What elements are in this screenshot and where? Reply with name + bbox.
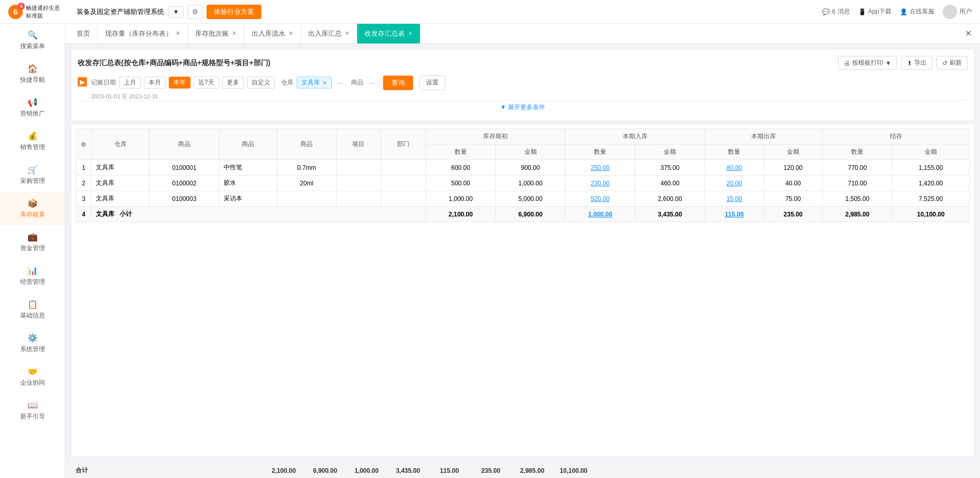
sidebar-item-guide[interactable]: 📖 新手引导 [0, 394, 65, 428]
th-in-amt: 金额 [635, 144, 705, 160]
date-custom[interactable]: 自定义 [247, 77, 275, 89]
tab-flow[interactable]: 出入库流水 ✕ [244, 24, 301, 44]
th-project: 项目 [336, 129, 381, 160]
page-content: 收发存汇总表(按仓库+商品编码+商品+规格型号+项目+部门) 🖨 按模板打印 ▼… [65, 44, 980, 462]
cell-spec [277, 191, 336, 207]
sidebar-item-inventory[interactable]: 📦 库存核算 [0, 192, 65, 226]
sidebar-item-marketing[interactable]: 📢 营销推广 [0, 91, 65, 125]
filter-collapse-button[interactable]: ▶ [78, 77, 87, 86]
table-row: 2 文具库 0100002 胶水 20ml 500.00 1,000.00 23… [76, 176, 970, 191]
cell-out-qty[interactable]: 15.00 [705, 191, 764, 207]
cell-code: 0100002 [150, 176, 220, 191]
template-print-button[interactable]: 🖨 按模板打印 ▼ [838, 56, 897, 70]
date-filter: 记账日期 上月 本月 本年 近7天 更多 自定义 [91, 77, 275, 89]
cell-balance-amt: 7,525.00 [892, 191, 969, 207]
summary-out-qty: 115.00 [429, 467, 470, 474]
date-range-display: 2023-01-01 至 2023-12-31 [91, 93, 158, 99]
cell-name: 中性笔 [219, 160, 277, 176]
warehouse-tag-close[interactable]: ✕ [322, 79, 327, 86]
system-title-area: 装备及固定资产辅助管理系统 ▼ ⚙ 体验行业方案 [77, 5, 816, 19]
system-select-button[interactable]: ▼ [168, 6, 184, 18]
app-download-label: App下载 [868, 7, 891, 16]
tab-flow-close[interactable]: ✕ [288, 30, 293, 37]
sidebar-item-basic[interactable]: 📋 基础信息 [0, 293, 65, 327]
tabs-bar: 首页 现存量（库存分布表） ✕ 库存批次账 ✕ 出入库流水 ✕ 出入库汇总 ✕ … [65, 24, 980, 44]
tab-recv-send[interactable]: 收发存汇总表 ✕ [357, 24, 420, 44]
sidebar-item-operations[interactable]: 📊 经营管理 [0, 259, 65, 293]
user-menu-button[interactable]: 用户 [943, 5, 972, 19]
query-button[interactable]: 查询 [383, 76, 413, 90]
cell-in-amt: 460.00 [635, 176, 705, 191]
date-last-month[interactable]: 上月 [119, 77, 141, 89]
sidebar-item-system[interactable]: ⚙️ 系统管理 [0, 327, 65, 360]
sidebar-item-quick[interactable]: 🏠 快捷导航 [0, 57, 65, 91]
refresh-button[interactable]: ↺ 刷新 [937, 56, 968, 70]
warehouse-dots-button[interactable]: ··· [335, 79, 345, 87]
sidebar-item-purchase[interactable]: 🛒 采购管理 [0, 158, 65, 192]
subtotal-out-qty[interactable]: 115.00 [705, 207, 764, 222]
date-more[interactable]: 更多 [222, 77, 244, 89]
tab-stock-dist[interactable]: 现存量（库存分布表） ✕ [98, 24, 188, 44]
th-opening-qty: 数量 [426, 144, 495, 160]
subtotal-opening-amt: 6,900.00 [495, 207, 565, 222]
sidebar-item-cooperation[interactable]: 🤝 企业协同 [0, 360, 65, 394]
online-service-button[interactable]: 👤 在线客服 [900, 7, 934, 16]
logo-number: 6 [13, 8, 18, 16]
date-this-year[interactable]: 本年 [169, 77, 191, 89]
cell-out-amt: 120.00 [764, 160, 823, 176]
cell-seq: 1 [76, 160, 92, 176]
settings-button[interactable]: 设置 [419, 75, 445, 90]
tab-summary[interactable]: 出入库汇总 ✕ [301, 24, 357, 44]
sidebar-item-sales[interactable]: 💰 销售管理 [0, 125, 65, 158]
cell-name: 胶水 [219, 176, 277, 191]
sidebar-item-search[interactable]: 🔍 搜索菜单 [0, 24, 65, 57]
app-logo-icon: 6 6 [8, 5, 23, 19]
user-avatar [943, 5, 957, 19]
expand-more-button[interactable]: ▼ 展开更多条件 [500, 104, 545, 111]
settings-gear-button[interactable]: ⚙ [188, 5, 202, 19]
notification-button[interactable]: 💬 6 消息 [822, 7, 850, 16]
template-print-label: 按模板打印 [852, 59, 883, 67]
goods-dots-button[interactable]: ··· [367, 79, 377, 87]
logo-badge: 6 [18, 3, 25, 10]
cell-balance-qty: 710.00 [823, 176, 893, 191]
tabs-close-all-button[interactable]: ✕ [961, 26, 976, 40]
subtotal-in-amt: 3,435.00 [635, 207, 705, 222]
th-settings[interactable]: ⚙ [76, 129, 92, 160]
cell-balance-amt: 1,155.00 [892, 160, 969, 176]
export-button[interactable]: ⬆ 导出 [901, 56, 932, 70]
cell-in-qty[interactable]: 250.00 [565, 160, 635, 176]
subtotal-seq: 4 [76, 207, 92, 222]
inventory-icon: 📦 [27, 198, 38, 208]
sidebar-label-quick: 快捷导航 [20, 76, 45, 84]
trial-button[interactable]: 体验行业方案 [207, 5, 261, 19]
table-row: 3 文具库 0100003 采访本 1,000.00 5,000.00 520.… [76, 191, 970, 207]
sidebar-item-finance[interactable]: 💼 资金管理 [0, 226, 65, 259]
cell-code: 0100001 [150, 160, 220, 176]
date-this-month[interactable]: 本月 [144, 77, 166, 89]
cell-in-qty[interactable]: 520.00 [565, 191, 635, 207]
subtotal-balance-qty: 2,985.00 [823, 207, 893, 222]
tab-home[interactable]: 首页 [69, 24, 98, 44]
tab-recv-send-close[interactable]: ✕ [408, 30, 413, 37]
app-download-button[interactable]: 📱 App下载 [858, 7, 891, 16]
cell-opening-qty: 1,000.00 [426, 191, 495, 207]
tab-batch[interactable]: 库存批次账 ✕ [188, 24, 244, 44]
summary-balance-qty: 2,985.00 [511, 467, 553, 474]
th-in-qty: 数量 [565, 144, 635, 160]
summary-in-amt: 3,435.00 [387, 467, 429, 474]
cell-opening-qty: 500.00 [426, 176, 495, 191]
sidebar-label-basic: 基础信息 [20, 311, 45, 320]
cell-code: 0100003 [150, 191, 220, 207]
cell-out-qty[interactable]: 80.00 [705, 160, 764, 176]
cell-in-qty[interactable]: 230.00 [565, 176, 635, 191]
tab-summary-close[interactable]: ✕ [345, 30, 349, 37]
tab-batch-close[interactable]: ✕ [232, 30, 237, 37]
tab-stock-dist-close[interactable]: ✕ [175, 30, 180, 37]
summary-opening-qty: 2,100.00 [263, 467, 304, 474]
subtotal-in-qty[interactable]: 1,000.00 [565, 207, 635, 222]
cell-balance-amt: 1,420.00 [892, 176, 969, 191]
cell-out-qty[interactable]: 20.00 [705, 176, 764, 191]
cell-warehouse: 文具库 [92, 176, 150, 191]
date-7days[interactable]: 近7天 [194, 77, 219, 89]
